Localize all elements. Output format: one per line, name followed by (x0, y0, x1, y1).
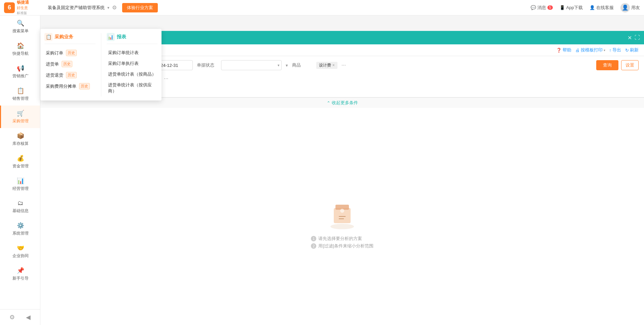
purchase-header-title: 采购业务 (55, 34, 73, 40)
return-label: 进货退货 (46, 72, 63, 78)
purchase-order-label: 采购订单 (46, 50, 63, 56)
dropdown-item-incoming[interactable]: 进货单 历史 (44, 58, 96, 70)
dropdown-item-return[interactable]: 进货退货 历史 (44, 70, 96, 81)
incoming-stats-product-label: 进货单统计表（按商品） (108, 71, 156, 77)
purchase-order-history-badge: 历史 (66, 50, 77, 56)
dropdown-item-order-exec[interactable]: 采购订单执行表 (107, 58, 158, 69)
incoming-label: 进货单 (46, 61, 59, 67)
dropdown-item-incoming-stats-supplier[interactable]: 进货单统计表（按供应商） (107, 80, 158, 96)
purchase-dropdown-menu: 📋 采购业务 采购订单 历史 进货单 历史 进货退货 历史 采购费用分摊单 历史… (40, 29, 162, 100)
dropdown-item-expense[interactable]: 采购费用分摊单 历史 (44, 81, 96, 92)
order-stats-label: 采购订单统计表 (108, 50, 139, 56)
order-exec-label: 采购订单执行表 (108, 60, 139, 67)
purchase-header: 📋 采购业务 (44, 33, 96, 44)
return-history-badge: 历史 (66, 72, 77, 78)
incoming-history-badge: 历史 (62, 61, 72, 67)
report-header-title: 报表 (117, 34, 126, 40)
expense-label: 采购费用分摊单 (46, 83, 76, 89)
dropdown-item-purchase-order[interactable]: 采购订单 历史 (44, 47, 96, 58)
report-column: 📊 报表 采购订单统计表 采购订单执行表 进货单统计表（按商品） 进货单统计表（… (103, 33, 162, 96)
report-header: 📊 报表 (107, 33, 158, 44)
dropdown-item-incoming-stats-product[interactable]: 进货单统计表（按商品） (107, 69, 158, 80)
expense-history-badge: 历史 (79, 83, 90, 89)
dropdown-item-order-stats[interactable]: 采购订单统计表 (107, 47, 158, 58)
purchase-header-icon: 📋 (44, 33, 52, 41)
dropdown-divider (101, 33, 101, 96)
incoming-stats-supplier-label: 进货单统计表（按供应商） (108, 82, 156, 94)
purchase-column: 📋 采购业务 采购订单 历史 进货单 历史 进货退货 历史 采购费用分摊单 历史 (40, 33, 100, 96)
report-header-icon: 📊 (107, 33, 115, 41)
